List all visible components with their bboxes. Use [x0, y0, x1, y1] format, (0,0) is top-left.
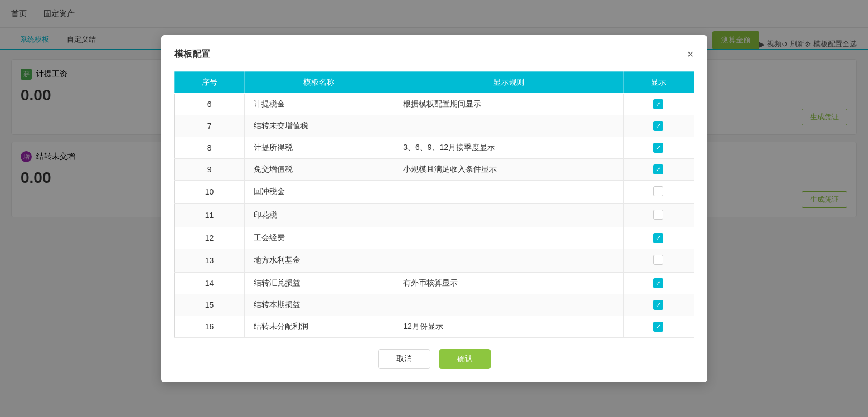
cell-display: ✓ — [624, 137, 694, 158]
cell-rule: 小规模且满足收入条件显示 — [394, 158, 624, 180]
cell-name: 计提税金 — [244, 93, 394, 115]
table-row: 11印花税 — [174, 203, 694, 227]
checkbox-checked[interactable]: ✓ — [653, 143, 663, 153]
table-row: 15结转本期损益✓ — [174, 294, 694, 316]
modal-close-button[interactable]: × — [687, 49, 694, 60]
table-row: 6计提税金根据模板配置期间显示✓ — [174, 93, 694, 115]
table-row: 9免交增值税小规模且满足收入条件显示✓ — [174, 158, 694, 180]
checkbox-checked[interactable]: ✓ — [653, 99, 663, 109]
cell-display: ✓ — [624, 272, 694, 294]
col-seq: 序号 — [174, 71, 244, 93]
cell-display: ✓ — [624, 158, 694, 180]
table-row: 12工会经费✓ — [174, 227, 694, 249]
checkbox-checked[interactable]: ✓ — [653, 322, 663, 332]
col-name: 模板名称 — [244, 71, 394, 93]
table-wrapper[interactable]: 序号 模板名称 显示规则 显示 6计提税金根据模板配置期间显示✓7结转未交增值税… — [174, 71, 694, 338]
cell-rule — [394, 180, 624, 203]
cell-seq: 13 — [174, 249, 244, 272]
table-row: 10回冲税金 — [174, 180, 694, 203]
template-config-modal: 模板配置 × 序号 模板名称 显示规则 显示 6计提税金根据模板配置期间显示✓7… — [161, 35, 707, 382]
cell-seq: 15 — [174, 294, 244, 316]
modal-header: 模板配置 × — [174, 49, 694, 60]
cell-rule: 有外币核算显示 — [394, 272, 624, 294]
cell-name: 结转未分配利润 — [244, 316, 394, 337]
cell-display: ✓ — [624, 316, 694, 337]
cell-rule: 根据模板配置期间显示 — [394, 93, 624, 115]
cell-seq: 11 — [174, 203, 244, 227]
table-row: 13地方水利基金 — [174, 249, 694, 272]
table-row: 7结转未交增值税✓ — [174, 115, 694, 137]
cell-name: 结转本期损益 — [244, 294, 394, 316]
checkbox-checked[interactable]: ✓ — [653, 300, 663, 310]
cell-name: 结转未交增值税 — [244, 115, 394, 137]
cell-seq: 8 — [174, 137, 244, 158]
cell-display: ✓ — [624, 115, 694, 137]
modal-footer: 取消 确认 — [174, 349, 694, 369]
checkbox-unchecked[interactable] — [653, 186, 663, 196]
cell-seq: 10 — [174, 180, 244, 203]
modal-overlay: 模板配置 × 序号 模板名称 显示规则 显示 6计提税金根据模板配置期间显示✓7… — [0, 0, 868, 417]
table-row: 8计提所得税3、6、9、12月按季度显示✓ — [174, 137, 694, 158]
cell-display — [624, 180, 694, 203]
cell-display — [624, 203, 694, 227]
col-display: 显示 — [624, 71, 694, 93]
col-rule: 显示规则 — [394, 71, 624, 93]
cell-name: 结转汇兑损益 — [244, 272, 394, 294]
modal-title: 模板配置 — [174, 49, 210, 60]
cell-name: 免交增值税 — [244, 158, 394, 180]
confirm-button[interactable]: 确认 — [439, 349, 491, 369]
cell-name: 印花税 — [244, 203, 394, 227]
cell-display: ✓ — [624, 93, 694, 115]
checkbox-checked[interactable]: ✓ — [653, 278, 663, 288]
table-row: 16结转未分配利润12月份显示✓ — [174, 316, 694, 337]
cell-seq: 12 — [174, 227, 244, 249]
cell-rule — [394, 294, 624, 316]
cell-name: 回冲税金 — [244, 180, 394, 203]
checkbox-checked[interactable]: ✓ — [653, 233, 663, 243]
cell-seq: 9 — [174, 158, 244, 180]
config-table: 序号 模板名称 显示规则 显示 6计提税金根据模板配置期间显示✓7结转未交增值税… — [174, 71, 694, 338]
cell-rule: 12月份显示 — [394, 316, 624, 337]
cell-name: 工会经费 — [244, 227, 394, 249]
cell-rule — [394, 249, 624, 272]
checkbox-unchecked[interactable] — [653, 255, 663, 265]
cancel-button[interactable]: 取消 — [378, 349, 430, 369]
cell-display: ✓ — [624, 294, 694, 316]
cell-rule — [394, 115, 624, 137]
cell-seq: 6 — [174, 93, 244, 115]
cell-display — [624, 249, 694, 272]
checkbox-checked[interactable]: ✓ — [653, 164, 663, 174]
cell-name: 计提所得税 — [244, 137, 394, 158]
cell-seq: 7 — [174, 115, 244, 137]
checkbox-checked[interactable]: ✓ — [653, 121, 663, 131]
checkbox-unchecked[interactable] — [653, 210, 663, 220]
table-header-row: 序号 模板名称 显示规则 显示 — [174, 71, 694, 93]
cell-seq: 14 — [174, 272, 244, 294]
cell-seq: 16 — [174, 316, 244, 337]
cell-rule: 3、6、9、12月按季度显示 — [394, 137, 624, 158]
cell-rule — [394, 227, 624, 249]
table-row: 14结转汇兑损益有外币核算显示✓ — [174, 272, 694, 294]
cell-display: ✓ — [624, 227, 694, 249]
cell-name: 地方水利基金 — [244, 249, 394, 272]
cell-rule — [394, 203, 624, 227]
